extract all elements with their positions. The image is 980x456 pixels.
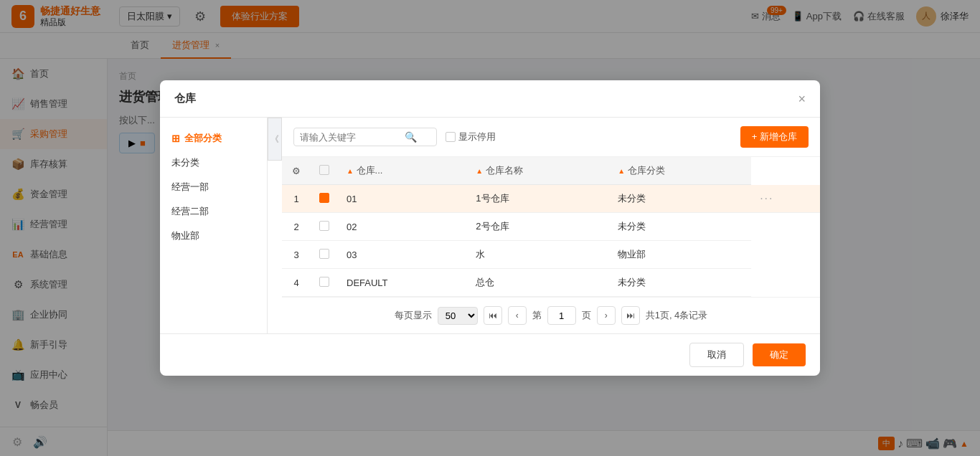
dialog-toolbar: 🔍 显示停用 + 新增仓库 — [282, 118, 820, 157]
last-page-button[interactable]: ⏭ — [621, 306, 640, 325]
grid-icon: ⊞ — [171, 133, 180, 144]
sort-icon-name: ▲ — [476, 167, 483, 175]
dialog-main: 🔍 显示停用 + 新增仓库 ⚙ — [282, 118, 820, 333]
dialog-header: 仓库 × — [160, 80, 820, 118]
row-code: 01 — [338, 185, 467, 213]
row-category: 未分类 — [609, 213, 751, 241]
row-category: 未分类 — [609, 185, 751, 213]
row-checkbox[interactable] — [311, 269, 338, 297]
dialog-sidebar: ⊞ 全部分类 未分类 经营一部 经营二部 物业部 — [160, 118, 268, 333]
table-row[interactable]: 1 01 1号仓库 未分类 ··· — [282, 185, 820, 213]
row-category: 未分类 — [609, 269, 751, 297]
row-name: 2号仓库 — [467, 213, 609, 241]
dialog-sidebar-dept2[interactable]: 经营二部 — [160, 199, 267, 224]
dialog-close-button[interactable]: × — [798, 92, 806, 105]
add-warehouse-button[interactable]: + 新增仓库 — [740, 126, 809, 148]
table-row[interactable]: 3 03 水 物业部 — [282, 241, 820, 269]
prev-page-button[interactable]: ‹ — [508, 306, 527, 325]
table-row[interactable]: 2 02 2号仓库 未分类 — [282, 213, 820, 241]
row-actions-icon[interactable]: ··· — [760, 192, 773, 204]
row-no: 1 — [282, 185, 311, 213]
th-category[interactable]: ▲ 仓库分类 — [609, 157, 751, 185]
th-code[interactable]: ▲ 仓库... — [338, 157, 467, 185]
warehouse-dialog: 仓库 × ⊞ 全部分类 未分类 经营一部 经营二部 — [160, 80, 820, 376]
row-checkbox[interactable] — [311, 241, 338, 269]
dialog-overlay: 仓库 × ⊞ 全部分类 未分类 经营一部 经营二部 — [0, 0, 980, 456]
th-checkbox[interactable] — [311, 157, 338, 185]
sidebar-collapse-button[interactable]: 《 — [268, 118, 282, 161]
row-no: 4 — [282, 269, 311, 297]
dialog-footer: 取消 确定 — [160, 333, 820, 376]
dialog-sidebar-dept1[interactable]: 经营一部 — [160, 175, 267, 199]
row-code: 02 — [338, 213, 467, 241]
first-page-button[interactable]: ⏮ — [484, 306, 502, 325]
show-disabled-checkbox[interactable]: 显示停用 — [446, 130, 496, 143]
cancel-button[interactable]: 取消 — [689, 343, 744, 367]
warehouse-table: ⚙ ▲ 仓库... ▲ 仓库名称 — [282, 157, 820, 297]
per-page-select[interactable]: 50 20 100 — [438, 307, 478, 325]
page-number-input[interactable] — [547, 306, 576, 325]
row-name: 1号仓库 — [467, 185, 609, 213]
dialog-sidebar-all[interactable]: ⊞ 全部分类 — [160, 126, 267, 151]
row-no: 3 — [282, 241, 311, 269]
search-icon[interactable]: 🔍 — [405, 131, 417, 143]
table-row[interactable]: 4 DEFAULT 总仓 未分类 — [282, 269, 820, 297]
row-name: 总仓 — [467, 269, 609, 297]
confirm-button[interactable]: 确定 — [753, 343, 806, 366]
th-name[interactable]: ▲ 仓库名称 — [467, 157, 609, 185]
search-input[interactable] — [300, 132, 400, 143]
next-page-button[interactable]: › — [597, 306, 616, 325]
row-name: 水 — [467, 241, 609, 269]
sort-icon-code: ▲ — [347, 167, 354, 175]
search-box: 🔍 — [293, 128, 437, 146]
row-category: 物业部 — [609, 241, 751, 269]
dialog-body: ⊞ 全部分类 未分类 经营一部 经营二部 物业部 《 — [160, 118, 820, 333]
dialog-sidebar-unclassified[interactable]: 未分类 — [160, 151, 267, 175]
row-checkbox[interactable] — [311, 213, 338, 241]
row-checkbox[interactable] — [311, 185, 338, 213]
row-code: 03 — [338, 241, 467, 269]
sort-icon-category: ▲ — [618, 167, 625, 175]
pagination: 每页显示 50 20 100 ⏮ ‹ 第 页 › ⏭ 共1页, 4条记录 — [282, 297, 820, 333]
dialog-sidebar-property[interactable]: 物业部 — [160, 224, 267, 248]
disabled-checkbox-box[interactable] — [446, 132, 456, 142]
dialog-title: 仓库 — [174, 92, 196, 105]
row-no: 2 — [282, 213, 311, 241]
row-code: DEFAULT — [338, 269, 467, 297]
th-settings[interactable]: ⚙ — [282, 157, 311, 185]
